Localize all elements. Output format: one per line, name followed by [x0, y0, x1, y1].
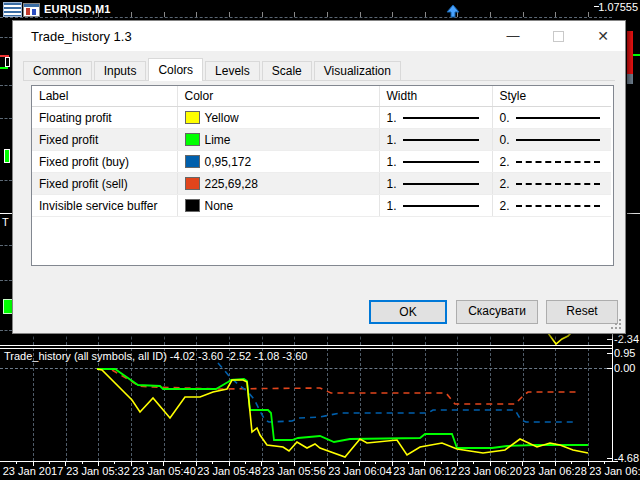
gridline-fragment — [0, 280, 12, 281]
resize-grip[interactable] — [611, 319, 621, 329]
cancel-button[interactable]: Скасувати — [456, 300, 538, 324]
tab-inputs[interactable]: Inputs — [94, 61, 147, 80]
vertical-gridline — [131, 348, 132, 461]
vertical-gridline — [523, 348, 524, 461]
maximize-icon[interactable] — [543, 25, 573, 47]
chart-list-icon — [3, 2, 22, 17]
table-row[interactable]: Fixed profit (buy)0,95,1721.2. — [32, 151, 611, 173]
table-row[interactable]: Fixed profit (sell)225,69,281.2. — [32, 173, 611, 195]
color-swatch — [185, 111, 200, 124]
width-cell[interactable]: 1. — [379, 173, 492, 195]
vertical-gridline — [523, 12, 524, 17]
indicator-properties-dialog[interactable]: Trade_history 1.3 — ✕ CommonInputsColors… — [12, 20, 626, 334]
width-cell[interactable]: 1. — [379, 107, 492, 129]
width-cell[interactable]: 1. — [379, 129, 492, 151]
top-grid-dash — [0, 17, 612, 18]
minimize-icon[interactable]: — — [498, 25, 528, 47]
tab-common[interactable]: Common — [23, 61, 92, 80]
scale-tick — [607, 339, 612, 340]
series-line-floating-profit — [97, 369, 588, 457]
series-line-fixed-profit — [97, 369, 588, 448]
time-axis-label: 23 Jan 06:04 — [328, 465, 392, 477]
zero-level-line — [0, 368, 612, 369]
color-swatch — [185, 177, 200, 190]
time-axis-label: 23 Jan 2017 — [3, 465, 64, 477]
subwindow-separator[interactable] — [0, 348, 612, 349]
arrow-up-icon[interactable] — [446, 5, 460, 18]
vertical-gridline — [588, 12, 589, 17]
vertical-gridline — [425, 348, 426, 461]
price-scale-top-label: 1.07555 — [598, 1, 638, 13]
column-header-label[interactable]: Label — [32, 86, 177, 107]
dialog-titlebar[interactable]: Trade_history 1.3 — ✕ — [13, 21, 625, 51]
subwindow-separator-fragment[interactable] — [0, 213, 12, 214]
color-cell[interactable]: Lime — [177, 129, 379, 151]
width-line-sample — [403, 183, 479, 185]
buffer-label: Fixed profit (sell) — [32, 173, 177, 195]
subwindow-separator[interactable] — [0, 345, 612, 346]
tab-scale[interactable]: Scale — [262, 61, 312, 80]
column-header-color[interactable]: Color — [177, 86, 379, 107]
reset-button[interactable]: Reset — [546, 300, 618, 324]
vertical-gridline — [490, 12, 491, 17]
column-header-style[interactable]: Style — [492, 86, 611, 107]
symbol-title: EURUSD,M1 — [44, 3, 111, 15]
line-fragment — [633, 54, 640, 56]
time-axis-tick — [571, 461, 572, 464]
color-cell[interactable]: None — [177, 195, 379, 217]
time-axis[interactable] — [0, 461, 618, 462]
vertical-gridline — [229, 348, 230, 461]
ok-button[interactable]: OK — [369, 300, 447, 324]
time-axis-tick — [310, 461, 311, 464]
hidden-indicator-label-fragment: T — [2, 216, 9, 228]
color-cell[interactable]: Yellow — [177, 107, 379, 129]
time-axis-tick — [539, 461, 540, 464]
column-header-width[interactable]: Width — [379, 86, 492, 107]
buffer-properties-table[interactable]: LabelColorWidthStyle Floating profitYell… — [31, 85, 614, 266]
vertical-gridline — [33, 348, 34, 461]
time-axis-label: 23 Jan 06:36 — [589, 465, 640, 477]
price-axis[interactable] — [612, 330, 613, 462]
gridline-fragment — [0, 37, 12, 38]
scale-label-bottom: -4.68 — [614, 452, 639, 464]
tab-strip: CommonInputsColorsLevelsScaleVisualizati… — [23, 57, 615, 81]
dialog-title: Trade_history 1.3 — [31, 29, 132, 44]
vertical-gridline — [229, 12, 230, 17]
table-row[interactable]: Invisible service bufferNone1.2. — [32, 195, 611, 217]
tab-visualization[interactable]: Visualization — [314, 61, 401, 80]
color-cell[interactable]: 225,69,28 — [177, 173, 379, 195]
style-cell[interactable]: 0. — [492, 107, 611, 129]
style-cell[interactable]: 2. — [492, 173, 611, 195]
color-swatch — [185, 199, 200, 212]
style-cell[interactable]: 0. — [492, 129, 611, 151]
mt4-chart-window[interactable]: EURUSD,M1 1.07555 T 23 Jan 201723 Jan 05… — [0, 0, 640, 480]
table-row[interactable]: Floating profitYellow1.0. — [32, 107, 611, 129]
close-icon[interactable]: ✕ — [588, 25, 618, 47]
time-axis-label: 23 Jan 06:12 — [393, 465, 457, 477]
vertical-gridline — [425, 12, 426, 17]
vertical-gridline — [262, 12, 263, 17]
scale-tick — [607, 368, 612, 369]
style-cell[interactable]: 2. — [492, 195, 611, 217]
time-axis-label: 23 Jan 05:40 — [132, 465, 196, 477]
tab-levels[interactable]: Levels — [205, 61, 260, 80]
time-axis-tick — [16, 461, 17, 464]
width-line-sample — [403, 139, 479, 141]
style-cell[interactable]: 2. — [492, 151, 611, 173]
time-axis-tick — [180, 461, 181, 464]
vertical-gridline — [588, 348, 589, 461]
subwindow-separator-fragment[interactable] — [627, 213, 640, 214]
scale-label-top: 0.95 — [614, 347, 635, 359]
width-cell[interactable]: 1. — [379, 195, 492, 217]
color-cell[interactable]: 0,95,172 — [177, 151, 379, 173]
time-axis-tick — [212, 461, 213, 464]
width-line-sample — [403, 161, 479, 163]
table-row[interactable]: Fixed profitLime1.0. — [32, 129, 611, 151]
time-axis-tick — [245, 461, 246, 464]
width-cell[interactable]: 1. — [379, 151, 492, 173]
width-line-sample — [403, 205, 479, 207]
tab-colors[interactable]: Colors — [148, 58, 203, 81]
vertical-gridline — [327, 12, 328, 17]
vertical-gridline — [360, 12, 361, 17]
time-axis-label: 23 Jan 06:28 — [523, 465, 587, 477]
